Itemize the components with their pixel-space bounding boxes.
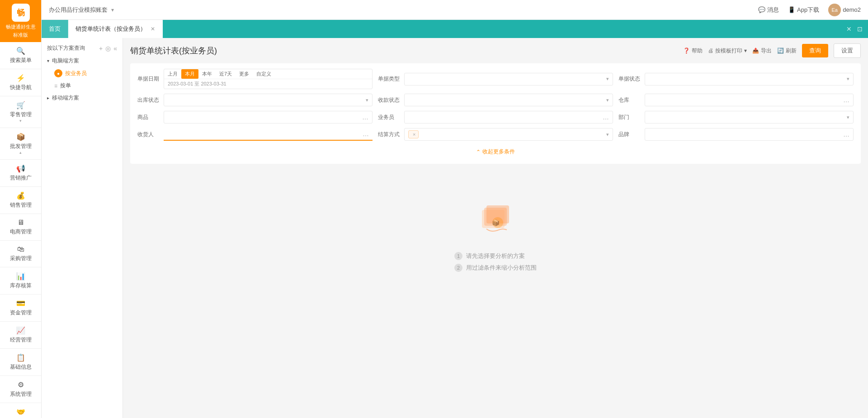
order-icon: ≡ bbox=[54, 83, 57, 89]
message-button[interactable]: 💬 消息 bbox=[758, 6, 779, 14]
left-panel-title: 按以下方案查询 bbox=[47, 44, 85, 52]
marketing-icon: 📢 bbox=[16, 164, 25, 173]
page-title-text: 销货单统计表(按业务员) bbox=[130, 45, 217, 56]
finance-icon: 💳 bbox=[16, 299, 25, 308]
filter-row-2: 出库状态 ▾ 收款状态 ▾ bbox=[137, 94, 854, 106]
help-button[interactable]: ❓ 帮助 bbox=[683, 47, 703, 55]
tab-close-icon[interactable]: ✕ bbox=[151, 26, 155, 32]
warehouse-label: 仓库 bbox=[618, 96, 641, 104]
mobile-group-label: 移动端方案 bbox=[52, 94, 79, 102]
sidebar-item-ecommerce[interactable]: 🖥 电商管理 bbox=[0, 214, 41, 241]
date-tab-last-month[interactable]: 上月 bbox=[164, 69, 181, 79]
add-scheme-icon[interactable]: + bbox=[99, 45, 103, 52]
filter-date: 单据日期 上月 本月 本年 近7天 更多 自定义 20 bbox=[137, 69, 373, 89]
payment-tag-close-icon[interactable]: × bbox=[413, 132, 415, 137]
user-name: demo2 bbox=[843, 6, 861, 13]
inventory-icon: 📊 bbox=[16, 272, 25, 280]
app-download-label: App下载 bbox=[797, 6, 819, 14]
brand-dots-icon[interactable]: … bbox=[843, 131, 849, 138]
dept-control[interactable]: ▾ bbox=[645, 111, 854, 124]
topbar-dropdown-icon[interactable]: ▾ bbox=[111, 7, 114, 13]
sidebar-item-wholesale[interactable]: 📦 批发管理 ▴ bbox=[0, 128, 41, 160]
query-button[interactable]: 查询 bbox=[802, 44, 828, 57]
tip-text-1: 请先选择要分析的方案 bbox=[466, 252, 525, 260]
tree-group-pc[interactable]: ▾ 电脑端方案 bbox=[42, 55, 123, 67]
print-button[interactable]: 🖨 按模板打印 ▾ bbox=[708, 47, 747, 55]
purchase-icon: 🛍 bbox=[17, 245, 24, 253]
sidebar-item-sales[interactable]: 💰 销售管理 bbox=[0, 187, 41, 214]
tab-home[interactable]: 首页 bbox=[42, 20, 68, 38]
home-tab-label: 首页 bbox=[49, 25, 61, 33]
salesperson-control[interactable]: … bbox=[404, 111, 613, 124]
dept-chevron-icon: ▾ bbox=[847, 114, 849, 120]
out-status-chevron-icon: ▾ bbox=[366, 97, 368, 103]
doc-type-control[interactable]: ▾ bbox=[404, 73, 613, 86]
topbar: 办公用品行业模拟账套 ▾ 💬 消息 📱 App下载 Ea demo2 bbox=[42, 0, 868, 20]
tree-group-mobile[interactable]: ▸ 移动端方案 bbox=[42, 92, 123, 104]
collapse-panel-icon[interactable]: « bbox=[113, 45, 117, 52]
tab-restore-icon[interactable]: ⊡ bbox=[855, 24, 864, 34]
sidebar-item-search[interactable]: 🔍 搜索菜单 bbox=[0, 42, 41, 69]
left-panel: 按以下方案查询 + ◎ « ▾ 电脑端方案 ● 按业务员 ≡ 按单 bbox=[42, 38, 123, 418]
settings-button[interactable]: 设置 bbox=[834, 43, 861, 58]
settings-scheme-icon[interactable]: ◎ bbox=[105, 45, 111, 52]
payment-control[interactable]: × ▾ bbox=[404, 128, 613, 141]
wholesale-arrow-icon: ▴ bbox=[19, 150, 22, 155]
page-actions: ❓ 帮助 🖨 按模板打印 ▾ 📤 导出 🔄 bbox=[683, 43, 861, 58]
salesperson-dots-icon[interactable]: … bbox=[603, 114, 609, 121]
tree-arrow-down-icon: ▾ bbox=[47, 58, 49, 63]
warehouse-control[interactable]: … bbox=[645, 94, 854, 106]
receiver-control[interactable]: … bbox=[164, 128, 373, 141]
tree-item-by-salesperson[interactable]: ● 按业务员 bbox=[49, 67, 123, 80]
sidebar-item-corp[interactable]: 🤝 企业协同 bbox=[0, 403, 41, 418]
goods-dots-icon[interactable]: … bbox=[362, 114, 368, 121]
doc-status-control[interactable]: ▾ bbox=[645, 73, 854, 86]
sidebar-label-wholesale: 批发管理 bbox=[10, 142, 32, 150]
date-filter-control[interactable]: 上月 本月 本年 近7天 更多 自定义 2023-03-01 至 2023-03… bbox=[164, 69, 373, 89]
receiver-dots-icon[interactable]: … bbox=[363, 130, 369, 138]
basic-icon: 📋 bbox=[16, 353, 25, 362]
sidebar-item-operation[interactable]: 📈 经营管理 bbox=[0, 322, 41, 349]
warehouse-dots-icon[interactable]: … bbox=[843, 96, 849, 104]
sidebar-item-system[interactable]: ⚙ 系统管理 bbox=[0, 376, 41, 403]
logo-area[interactable]: 畅 畅捷通好生意 标准版 bbox=[0, 0, 41, 42]
sidebar-item-quicknav[interactable]: ⚡ 快捷导航 bbox=[0, 69, 41, 96]
empty-svg-icon: 📦 bbox=[473, 196, 518, 242]
sidebar-label-ecommerce: 电商管理 bbox=[10, 228, 32, 236]
filter-salesperson: 业务员 … bbox=[378, 111, 613, 124]
right-panel: 销货单统计表(按业务员) ❓ 帮助 🖨 按模板打印 ▾ 📤 bbox=[123, 38, 868, 308]
topbar-left: 办公用品行业模拟账套 ▾ bbox=[49, 6, 114, 14]
export-button[interactable]: 📤 导出 bbox=[752, 47, 772, 55]
filter-row-3: 商品 … 业务员 … bbox=[137, 111, 854, 124]
tab-sales-report[interactable]: 销货单统计表（按业务员） ✕ bbox=[68, 20, 163, 38]
out-status-label: 出库状态 bbox=[137, 96, 160, 104]
date-tab-more[interactable]: 更多 bbox=[236, 69, 253, 79]
user-profile[interactable]: Ea demo2 bbox=[828, 4, 861, 16]
refresh-button[interactable]: 🔄 刷新 bbox=[777, 47, 797, 55]
date-tab-this-month[interactable]: 本月 bbox=[181, 69, 198, 79]
sidebar-item-retail[interactable]: 🛒 零售管理 ▾ bbox=[0, 96, 41, 128]
sidebar-item-purchase[interactable]: 🛍 采购管理 bbox=[0, 241, 41, 267]
date-tab-this-year[interactable]: 本年 bbox=[198, 69, 216, 79]
recv-status-label: 收款状态 bbox=[378, 96, 401, 104]
sales-icon: 💰 bbox=[16, 191, 25, 200]
brand-control[interactable]: … bbox=[645, 128, 854, 141]
recv-status-control[interactable]: ▾ bbox=[404, 94, 613, 106]
date-tab-custom[interactable]: 自定义 bbox=[253, 69, 275, 79]
sidebar-item-marketing[interactable]: 📢 营销推广 bbox=[0, 160, 41, 187]
sidebar-item-inventory[interactable]: 📊 库存核算 bbox=[0, 267, 41, 294]
out-status-control[interactable]: ▾ bbox=[164, 94, 373, 106]
goods-control[interactable]: … bbox=[164, 111, 373, 124]
sidebar-item-finance[interactable]: 💳 资金管理 bbox=[0, 294, 41, 322]
tree-item-by-order[interactable]: ≡ 按单 bbox=[49, 80, 123, 92]
topbar-right: 💬 消息 📱 App下载 Ea demo2 bbox=[758, 4, 861, 16]
filter-row-4: 收货人 … 结算方式 × bbox=[137, 128, 854, 141]
app-download-button[interactable]: 📱 App下载 bbox=[788, 6, 819, 14]
date-tab-7days[interactable]: 近7天 bbox=[216, 69, 236, 79]
tabbar: 首页 销货单统计表（按业务员） ✕ ✕ ⊡ bbox=[42, 20, 868, 38]
refresh-icon: 🔄 bbox=[777, 48, 784, 54]
tab-close-window-icon[interactable]: ✕ bbox=[844, 24, 854, 34]
sidebar-item-basic[interactable]: 📋 基础信息 bbox=[0, 349, 41, 376]
collapse-button[interactable]: ⌃ 收起更多条件 bbox=[137, 145, 854, 158]
sales-report-tab-label: 销货单统计表（按业务员） bbox=[75, 25, 146, 33]
